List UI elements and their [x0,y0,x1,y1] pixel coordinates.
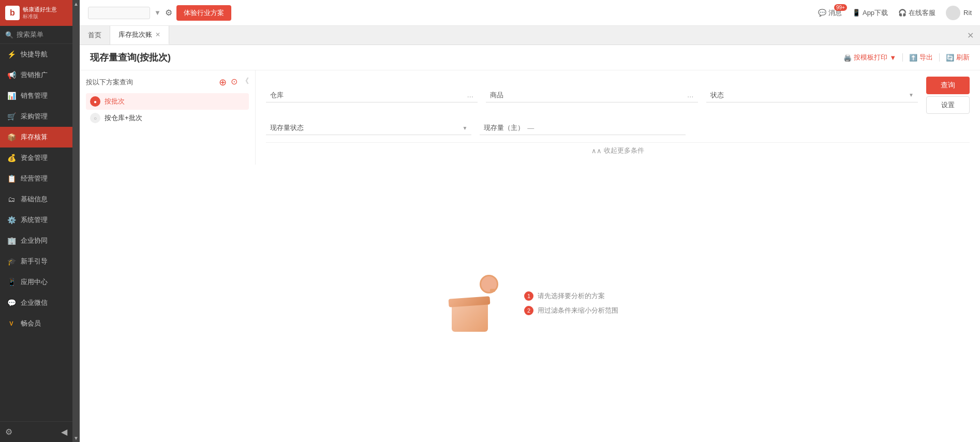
newuser-icon: 🎓 [6,256,17,267]
app-logo: b [5,6,20,20]
sidebar-item-membership[interactable]: V 畅会员 [0,313,72,334]
template-print-button[interactable]: 🖨️ 按模板打印 ▼ [843,53,896,62]
sidebar-item-label: 销售管理 [21,91,48,100]
status-select[interactable]: 状态 ▼ [706,89,918,102]
warehouse-field: 仓库 … [266,89,478,102]
scheme-item-batch[interactable]: ● 按批次 [86,93,249,110]
status-field: 状态 ▼ [706,89,918,102]
tab-close-icon[interactable]: ✕ [155,31,160,38]
filter-scheme-panel: 按以下方案查询 ⊕ ⊙ 《 ● 按批次 ○ 按仓库+批次 [80,70,256,165]
filter-scheme-label: 按以下方案查询 [86,78,133,87]
stock-qty-label: 现存量（主） [484,123,524,132]
add-scheme-icon[interactable]: ⊕ [219,77,227,88]
filter-panel: 按以下方案查询 ⊕ ⊙ 《 ● 按批次 ○ 按仓库+批次 [80,70,980,165]
print-dropdown-icon[interactable]: ▼ [889,54,896,62]
sidebar-header: b 畅康通好生意 标准版 [0,0,72,26]
warehouse-more-icon[interactable]: … [467,91,473,99]
filter-scheme-actions: ⊕ ⊙ 《 [219,77,249,88]
user-action[interactable]: Rit [946,6,972,20]
sidebar-item-operation[interactable]: 📋 经营管理 [0,168,72,189]
app-subtitle: 标准版 [23,13,57,20]
stock-qty-range: 现存量（主） — [480,121,685,135]
tabs-close-all-button[interactable]: ✕ [961,26,980,45]
sidebar-item-inventory[interactable]: 📦 库存核算 [0,127,72,148]
topbar-search-input[interactable] [88,7,150,19]
filter-fields-panel: 仓库 … 商品 … 状态 [256,70,980,165]
status-label: 状态 [710,91,724,100]
status-dropdown-icon[interactable]: ▼ [909,92,914,98]
sidebar-item-finance[interactable]: 💰 资金管理 [0,148,72,168]
stock-status-dropdown-icon[interactable]: ▼ [462,125,467,131]
settings-button[interactable]: 设置 [926,96,970,114]
sidebar-item-system[interactable]: ⚙️ 系统管理 [0,210,72,230]
hint-text-2: 用过滤条件来缩小分析范围 [538,306,618,315]
experience-button[interactable]: 体验行业方案 [176,5,231,21]
sidebar-item-wxwork[interactable]: 💬 企业微信 [0,292,72,313]
scroll-down-arrow[interactable]: ▼ [73,435,79,441]
product-label: 商品 [490,91,503,100]
topbar-right: 💬 消息 99+ 📱 App下载 🎧 在线客服 Rit [818,6,972,20]
app-download-label: App下载 [863,8,888,18]
settings-icon[interactable]: ⚙ [5,427,12,437]
sidebar-item-quick-nav[interactable]: ⚡ 快捷导航 [0,44,72,65]
collapse-conditions-button[interactable]: ∧∧ 收起更多条件 [266,142,970,158]
filter-row-2: 现存量状态 ▼ 现存量（主） — [266,121,970,135]
product-input[interactable] [506,91,687,99]
close-all-icon: ✕ [967,31,974,40]
export-icon: ⬆️ [909,54,917,62]
topbar-left: ▼ ⚙ 体验行业方案 [88,5,812,21]
sidebar: b 畅康通好生意 标准版 🔍 搜索菜单 ⚡ 快捷导航 📢 营销推广 📊 销售管理… [0,0,72,442]
product-field: 商品 … [486,89,697,102]
query-btn-container: 查询 设置 [926,77,970,114]
purchase-icon: 🛒 [6,111,17,122]
sidebar-item-purchase[interactable]: 🛒 采购管理 [0,106,72,127]
headset-icon: 🎧 [898,9,907,17]
scheme-settings-icon[interactable]: ⊙ [231,77,237,88]
tab-inventory-batch-label: 库存批次账 [118,30,152,39]
sidebar-item-appcenter[interactable]: 📱 应用中心 [0,272,72,292]
stock-status-select[interactable]: 现存量状态 ▼ [266,121,471,135]
sidebar-item-basic[interactable]: 🗂 基础信息 [0,189,72,210]
sidebar-item-label: 企业协同 [21,236,48,245]
export-button[interactable]: ⬆️ 导出 [909,53,933,62]
sidebar-item-sales[interactable]: 📊 销售管理 [0,85,72,106]
sidebar-item-newuser[interactable]: 🎓 新手引导 [0,251,72,272]
wxwork-icon: 💬 [6,298,17,308]
sidebar-item-marketing[interactable]: 📢 营销推广 [0,65,72,85]
product-more-icon[interactable]: … [687,91,694,99]
sidebar-item-label: 库存核算 [21,132,48,142]
collapse-icon[interactable]: ◀ [61,427,67,437]
refresh-icon: 🔄 [946,54,954,62]
scroll-up-arrow[interactable]: ▲ [73,1,79,7]
sidebar-item-label: 系统管理 [21,215,48,225]
tab-home[interactable]: 首页 [80,26,110,45]
online-service-label: 在线客服 [909,8,936,18]
filter-scheme-header: 按以下方案查询 ⊕ ⊙ 《 [86,77,249,88]
scheme-collapse-icon[interactable]: 《 [242,77,249,88]
online-service-action[interactable]: 🎧 在线客服 [898,8,936,18]
empty-hint-1: 1 请先选择要分析的方案 [524,291,618,301]
sales-icon: 📊 [6,91,17,101]
inventory-icon: 📦 [6,132,17,142]
tab-inventory-batch[interactable]: 库存批次账 ✕ [110,26,169,45]
scheme-item-warehouse-batch[interactable]: ○ 按仓库+批次 [86,110,249,126]
main-area: ▼ ⚙ 体验行业方案 💬 消息 99+ 📱 App下载 🎧 在线客服 Rit [80,0,980,442]
warehouse-input[interactable] [286,91,467,99]
sidebar-scrollbar: ▲ ▼ [72,0,80,442]
topbar-gear-icon[interactable]: ⚙ [165,8,172,18]
empty-hints: 1 请先选择要分析的方案 2 用过滤条件来缩小分析范围 [524,291,618,315]
hint-num-2: 2 [524,306,533,315]
refresh-button[interactable]: 🔄 刷新 [946,53,970,62]
topbar-chevron-icon[interactable]: ▼ [154,9,161,17]
sidebar-item-enterprise[interactable]: 🏢 企业协同 [0,230,72,251]
warehouse-input-container[interactable]: 仓库 … [266,89,478,102]
message-action[interactable]: 💬 消息 99+ [818,8,842,18]
product-input-container[interactable]: 商品 … [486,89,697,102]
sidebar-item-label: 经营管理 [21,174,48,183]
scheme-active-icon: ● [90,96,100,107]
sidebar-search[interactable]: 🔍 搜索菜单 [0,26,72,44]
stock-qty-field: 现存量（主） — [480,121,685,135]
query-button[interactable]: 查询 [926,77,970,94]
quick-nav-icon: ⚡ [6,49,17,60]
app-download-action[interactable]: 📱 App下载 [852,8,888,18]
